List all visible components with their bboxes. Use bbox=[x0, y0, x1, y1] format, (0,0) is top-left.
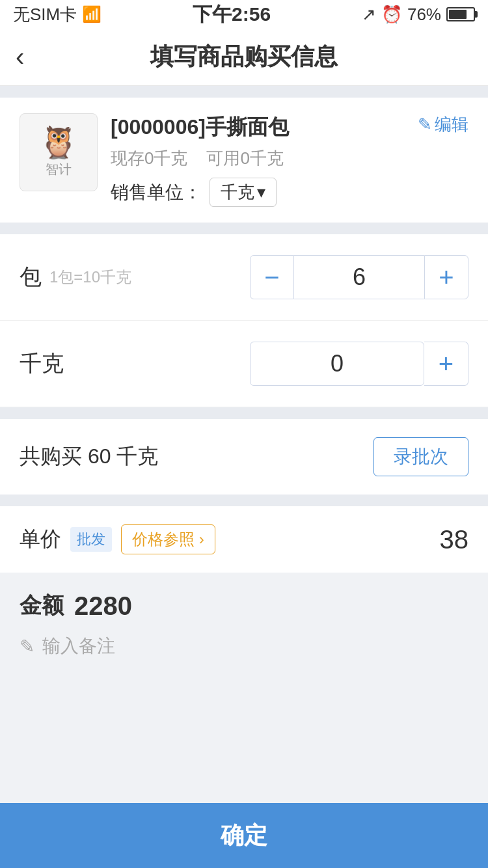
bao-decrement-button[interactable]: − bbox=[250, 255, 294, 299]
kg-label-row: 千克 bbox=[20, 349, 64, 379]
bao-quantity-control: − + bbox=[250, 255, 468, 299]
product-thumb-label: 智计 bbox=[46, 161, 72, 178]
wifi-icon: 📶 bbox=[82, 5, 102, 23]
carrier-text: 无SIM卡 bbox=[13, 3, 77, 26]
status-right: ↗ ⏰ 76% bbox=[362, 5, 475, 25]
status-bar: 无SIM卡 📶 下午2:56 ↗ ⏰ 76% bbox=[0, 0, 488, 29]
amount-label: 金额 bbox=[20, 591, 64, 621]
product-info: [0000006]手撕面包 ✎ 编辑 现存0千克 可用0千克 销售单位： 千克 … bbox=[111, 113, 468, 207]
product-header: [0000006]手撕面包 ✎ 编辑 bbox=[111, 113, 468, 142]
mid-divider-2 bbox=[0, 407, 488, 419]
batch-record-button[interactable]: 录批次 bbox=[373, 437, 468, 476]
product-thumb-icon: 🦉 bbox=[39, 127, 78, 158]
edit-icon: ✎ bbox=[418, 115, 432, 135]
current-stock: 现存0千克 bbox=[111, 148, 187, 168]
product-title: 手撕面包 bbox=[206, 115, 289, 139]
kg-label: 千克 bbox=[20, 349, 64, 379]
unit-label: 销售单位： bbox=[111, 180, 202, 205]
available-stock: 可用0千克 bbox=[206, 148, 283, 168]
product-thumbnail: 🦉 智计 bbox=[20, 113, 98, 191]
edit-label: 编辑 bbox=[435, 113, 468, 136]
note-row[interactable]: ✎ 输入备注 bbox=[20, 634, 468, 658]
top-divider bbox=[0, 86, 488, 98]
nav-bar: ‹ 填写商品购买信息 bbox=[0, 29, 488, 86]
confirm-button[interactable]: 确定 bbox=[0, 803, 488, 868]
back-button[interactable]: ‹ bbox=[16, 42, 24, 72]
kg-quantity-control: + bbox=[250, 342, 468, 386]
alarm-icon: ⏰ bbox=[381, 5, 402, 25]
battery-icon bbox=[446, 7, 475, 21]
mid-divider-3 bbox=[0, 495, 488, 506]
product-card: 🦉 智计 [0000006]手撕面包 ✎ 编辑 现存0千克 可用0千克 销售单位… bbox=[0, 98, 488, 223]
unit-dropdown[interactable]: 千克 ▾ bbox=[210, 178, 277, 207]
mid-divider-1 bbox=[0, 223, 488, 234]
bao-label-row: 包 1包=10千克 bbox=[20, 262, 131, 292]
price-label-row: 单价 批发 价格参照 › bbox=[20, 524, 215, 554]
amount-value: 2280 bbox=[74, 591, 132, 621]
battery-percent: 76% bbox=[407, 5, 441, 25]
status-carrier: 无SIM卡 📶 bbox=[13, 3, 102, 26]
status-time: 下午2:56 bbox=[193, 1, 271, 28]
total-row: 共购买 60 千克 录批次 bbox=[0, 419, 488, 495]
bao-hint: 1包=10千克 bbox=[49, 267, 131, 288]
product-id: [0000006] bbox=[111, 115, 206, 139]
page-title: 填写商品购买信息 bbox=[150, 41, 338, 73]
bao-label: 包 bbox=[20, 262, 42, 292]
batch-tag: 批发 bbox=[70, 527, 112, 552]
bao-quantity-input[interactable] bbox=[294, 255, 424, 299]
unit-value: 千克 bbox=[221, 181, 254, 204]
quantity-bao-section: 包 1包=10千克 − + bbox=[0, 234, 488, 321]
kg-quantity-input[interactable] bbox=[250, 342, 424, 386]
amount-row: 金额 2280 bbox=[20, 591, 468, 621]
dropdown-arrow-icon: ▾ bbox=[257, 182, 265, 202]
product-unit-row: 销售单位： 千克 ▾ bbox=[111, 178, 468, 207]
bao-increment-button[interactable]: + bbox=[424, 255, 468, 299]
gps-icon: ↗ bbox=[362, 5, 376, 25]
kg-increment-button[interactable]: + bbox=[424, 342, 468, 386]
price-value: 38 bbox=[440, 525, 469, 554]
note-icon: ✎ bbox=[20, 636, 34, 657]
total-text: 共购买 60 千克 bbox=[20, 442, 158, 471]
price-reference-button[interactable]: 价格参照 › bbox=[121, 524, 215, 554]
edit-button[interactable]: ✎ 编辑 bbox=[418, 113, 468, 136]
price-label: 单价 bbox=[20, 525, 61, 554]
amount-section: 金额 2280 ✎ 输入备注 bbox=[0, 573, 488, 677]
product-stock: 现存0千克 可用0千克 bbox=[111, 147, 468, 170]
price-section: 单价 批发 价格参照 › 38 bbox=[0, 506, 488, 573]
quantity-kg-section: 千克 + bbox=[0, 321, 488, 407]
product-name: [0000006]手撕面包 bbox=[111, 113, 289, 142]
note-placeholder: 输入备注 bbox=[42, 634, 115, 658]
